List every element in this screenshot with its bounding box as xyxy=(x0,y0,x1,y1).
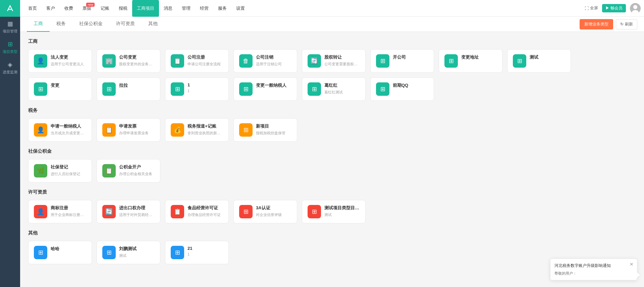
card-preqq[interactable]: ⊞ 前期QQ xyxy=(370,77,434,101)
card-title-haha: 哈哈 xyxy=(51,246,86,252)
card-social-register[interactable]: 🌿 社保登记 进行人员社保登记 xyxy=(28,159,92,183)
card-title-apply-invoice: 申请发票 xyxy=(119,123,155,129)
tab-social[interactable]: 社保公积金 xyxy=(72,17,109,32)
sidebar-item-project-type[interactable]: ⊞ 项目类型 xyxy=(0,37,20,58)
card-company-register[interactable]: 📋 公司注册 申请公司注册全流程 xyxy=(165,49,229,73)
card-icon-test-project-type: ⊞ xyxy=(308,205,321,218)
card-title-apply-general: 申请一般纳税人 xyxy=(51,123,86,129)
card-icon-apply-invoice: 📋 xyxy=(102,123,116,137)
card-change[interactable]: ⊞ 变更 xyxy=(28,77,92,101)
nav-manage[interactable]: 管理 xyxy=(177,0,195,17)
card-icon-change-taxpayer: ⊞ xyxy=(239,82,253,96)
avatar[interactable] xyxy=(630,3,641,14)
card-title-import-export: 进出口权办理 xyxy=(119,205,155,211)
card-title-fund-open: 公积金开户 xyxy=(119,164,155,170)
card-fund-open[interactable]: 📋 公积金开户 办理公积金相关业务 xyxy=(97,159,160,183)
card-desc-equity-transfer: 公司变更需要股权转让 xyxy=(324,62,360,67)
main-area: 首页 客户 收费 票据 new 记账 报税 工商项目 消息 管理 经营 服务 设… xyxy=(20,0,644,287)
project-manage-icon: ▦ xyxy=(7,20,13,27)
section-title-social: 社保公积金 xyxy=(28,148,636,154)
card-icon-lala: ⊞ xyxy=(102,82,116,96)
card-trademark[interactable]: 👤 商标注册 用于企业商标注册服务 xyxy=(28,200,92,223)
card-title-legal-change: 法人变更 xyxy=(51,54,86,60)
card-one[interactable]: ⊞ 1 1 xyxy=(165,77,229,101)
fullscreen-btn[interactable]: ⛶ 全屏 xyxy=(585,5,598,11)
card-title-company-register: 公司注册 xyxy=(187,54,223,60)
fullscreen-icon: ⛶ xyxy=(585,6,589,11)
tab-other[interactable]: 其他 xyxy=(142,17,164,32)
card-test-project-type[interactable]: ⊞ 测试项目类型目定义 测试 xyxy=(302,200,366,223)
card-desc-3a-cert: 对企业信誉评级 xyxy=(256,212,291,217)
notification-close-button[interactable]: ✕ xyxy=(630,262,634,267)
card-title-lala: 拉拉 xyxy=(119,82,155,88)
notification-popup: ✕ 河北税务数字账户升级影响通知 尊敬的用户： xyxy=(550,259,637,281)
section-title-permit: 许可资质 xyxy=(28,189,636,195)
refresh-button[interactable]: ↻ 刷新 xyxy=(616,19,637,29)
topnav-right: ⛶ 全屏 ▶ 畅会员 xyxy=(585,3,641,14)
tab-tax[interactable]: 税务 xyxy=(50,17,72,32)
card-icon-gehonghong: ⊞ xyxy=(308,82,321,96)
card-title-change-address: 变更地址 xyxy=(461,54,497,60)
section-title-tax: 税务 xyxy=(28,107,636,114)
card-new-project[interactable]: ⊞ 新项目 报税加税控盘保管 xyxy=(233,118,297,142)
card-equity-transfer[interactable]: 🔄 股权转让 公司变更需要股权转让 xyxy=(302,49,366,73)
nav-home[interactable]: 首页 xyxy=(23,0,42,17)
card-icon-social-register: 🌿 xyxy=(34,164,47,177)
card-3a-cert[interactable]: ⊞ 3A认证 对企业信誉评级 xyxy=(233,200,297,223)
progress-monitor-icon: ◈ xyxy=(8,61,12,68)
nav-client[interactable]: 客户 xyxy=(42,0,60,17)
card-haha[interactable]: ⊞ 哈哈 xyxy=(28,241,92,264)
add-type-button[interactable]: 新增业务类型 xyxy=(580,19,613,29)
card-icon-liupeng: ⊞ xyxy=(102,246,116,259)
card-apply-invoice[interactable]: 📋 申请发票 办理申请发票业务 xyxy=(97,118,160,142)
nav-service[interactable]: 服务 xyxy=(213,0,231,17)
card-icon-preqq: ⊞ xyxy=(376,82,389,96)
card-title-equity-transfer: 股权转让 xyxy=(324,54,360,60)
sidebar-item-label-project-manage: 项目管理 xyxy=(3,29,17,34)
card-title-change-taxpayer: 变更一般纳税人 xyxy=(256,82,291,88)
card-food-permit[interactable]: 📋 食品经营许可证 办理食品经营许可证 xyxy=(165,200,229,223)
card-legal-change[interactable]: 👤 法人变更 适用于公司变更法人 xyxy=(28,49,92,73)
nav-billing[interactable]: 收费 xyxy=(60,0,78,17)
card-icon-change: ⊞ xyxy=(34,82,47,96)
nav-operation[interactable]: 经营 xyxy=(195,0,213,17)
card-lala[interactable]: ⊞ 拉拉 xyxy=(97,77,160,101)
card-title-one: 1 xyxy=(187,82,223,87)
nav-bookkeeping[interactable]: 记账 xyxy=(96,0,114,17)
card-change-taxpayer[interactable]: ⊞ 变更一般纳税人 xyxy=(233,77,297,101)
biz-cards-grid: 👤 法人变更 适用于公司变更法人 🏢 公司变更 股权变更外的业务变更 📋 xyxy=(28,49,636,101)
card-icon-3a-cert: ⊞ xyxy=(239,205,253,218)
sidebar-item-project-manage[interactable]: ▦ 项目管理 xyxy=(0,17,20,37)
card-icon-open-company: ⊞ xyxy=(376,54,389,68)
card-title-gehonghong: 葛红红 xyxy=(324,82,360,88)
card-apply-general[interactable]: 👤 申请一般纳税人 当月或次月成变更完成 xyxy=(28,118,92,142)
card-gehonghong[interactable]: ⊞ 葛红红 葛红红测试 xyxy=(302,77,366,101)
card-change-address[interactable]: ⊞ 变更地址 xyxy=(439,49,502,73)
card-desc-company-register: 申请公司注册全流程 xyxy=(187,62,223,67)
tab-biz[interactable]: 工商 xyxy=(27,17,50,32)
card-test[interactable]: ⊞ 测试 xyxy=(507,49,571,73)
nav-tax[interactable]: 报税 xyxy=(114,0,132,17)
card-desc-liupeng: 测试 xyxy=(119,253,155,258)
card-desc-company-cancel: 适用于注销公司 xyxy=(256,62,291,67)
card-tax-report[interactable]: 💰 税务报道+记账 拿到营业执照的新公司 xyxy=(165,118,229,142)
card-open-company[interactable]: ⊞ 开公司 xyxy=(370,49,434,73)
nav-invoice[interactable]: 票据 new xyxy=(78,0,96,17)
card-company-cancel[interactable]: 🗑 公司注销 适用于注销公司 xyxy=(233,49,297,73)
sidebar: ▦ 项目管理 ⊞ 项目类型 ◈ 进度监测 xyxy=(0,0,20,287)
card-desc-social-register: 进行人员社保登记 xyxy=(51,171,86,176)
card-company-change[interactable]: 🏢 公司变更 股权变更外的业务变更 xyxy=(97,49,160,73)
sidebar-item-progress-monitor[interactable]: ◈ 进度监测 xyxy=(0,58,20,78)
card-import-export[interactable]: 🔄 进出口权办理 适用于对外贸易经营者 xyxy=(97,200,160,223)
card-liupeng[interactable]: ⊞ 刘鹏测试 测试 xyxy=(97,241,160,264)
card-twentyone[interactable]: ⊞ 21 1 xyxy=(165,241,229,264)
nav-settings[interactable]: 设置 xyxy=(231,0,250,17)
nav-bizproject[interactable]: 工商项目 xyxy=(132,0,159,17)
notification-title: 河北税务数字账户升级影响通知 xyxy=(554,263,633,269)
sidebar-logo[interactable] xyxy=(0,0,20,17)
tab-permit[interactable]: 许可资质 xyxy=(109,17,142,32)
refresh-icon: ↻ xyxy=(620,22,624,26)
card-icon-twentyone: ⊞ xyxy=(171,246,184,259)
vip-button[interactable]: ▶ 畅会员 xyxy=(602,4,626,12)
nav-message[interactable]: 消息 xyxy=(159,0,177,17)
